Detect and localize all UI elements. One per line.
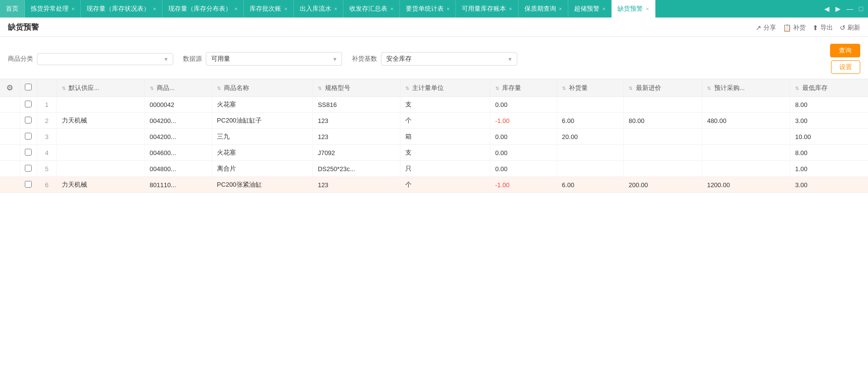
row-goods-name: 三九: [212, 129, 312, 145]
row-checkbox-cell: [19, 161, 37, 177]
nav-tab-inventory-status[interactable]: 现存量（库存状况表） ×: [81, 0, 162, 18]
nav-tab-home[interactable]: 首页: [0, 0, 25, 18]
close-icon[interactable]: ×: [72, 6, 74, 12]
row-min-stock: 3.00: [790, 113, 868, 129]
nav-next-button[interactable]: ▶: [832, 4, 844, 14]
row-stock: 0.00: [490, 129, 557, 145]
row-goods-name: PC200张紧油缸: [212, 177, 312, 193]
row-goods-code: 004800...: [145, 161, 212, 177]
row-checkbox[interactable]: [25, 133, 32, 140]
sort-icon: ⇅: [707, 86, 711, 91]
col-index: [37, 79, 56, 97]
row-latest-price: 200.00: [624, 177, 702, 193]
close-icon[interactable]: ×: [559, 6, 562, 12]
replenish-filter: 补货基数 安全库存 ▾: [352, 52, 517, 66]
share-button[interactable]: ↗ 分享: [756, 23, 776, 32]
nav-tab-order[interactable]: 要货单统计表 ×: [400, 0, 456, 18]
export-button[interactable]: ⬆ 导出: [813, 23, 833, 32]
table-header-row: ⚙ ⇅ 默认供应... ⇅ 商品... ⇅: [0, 79, 868, 97]
table-row: 3 004200... 三九 123 箱 0.00 20.00 10.00: [0, 129, 868, 145]
row-settings: [0, 113, 19, 129]
col-goods-name: ⇅ 商品名称: [212, 79, 312, 97]
col-checkbox: [19, 79, 37, 97]
filter-area: 商品分类 ▾ 数据源 可用量 ▾ 补货基数 安全库存 ▾ 查询 设置: [0, 37, 868, 79]
row-checkbox[interactable]: [25, 181, 32, 188]
row-index: 5: [37, 161, 56, 177]
row-forecast: [702, 97, 790, 113]
row-checkbox-cell: [19, 97, 37, 113]
row-stock: -1.00: [490, 113, 557, 129]
nav-minimize-button[interactable]: —: [844, 4, 856, 14]
row-forecast: 480.00: [702, 113, 790, 129]
nav-maximize-button[interactable]: □: [856, 4, 866, 14]
nav-controls: ◀ ▶ — □: [821, 4, 868, 14]
row-checkbox[interactable]: [25, 101, 32, 107]
table-row: 4 004600... 火花塞 J7092 支 0.00 8.00: [0, 145, 868, 161]
table-body: 1 0000042 火花塞 SS816 支 0.00 8.00 2 力天机械 0…: [0, 97, 868, 193]
close-icon[interactable]: ×: [153, 6, 156, 12]
replenish-select[interactable]: 安全库存 ▾: [381, 52, 517, 66]
gear-icon[interactable]: ⚙: [6, 84, 13, 92]
close-icon[interactable]: ×: [646, 6, 649, 12]
nav-tab-shortage[interactable]: 缺货预警 ×: [612, 0, 655, 18]
nav-tab-picking[interactable]: 拣货异常处理 ×: [25, 0, 81, 18]
datasource-select[interactable]: 可用量 ▾: [206, 52, 342, 66]
col-replenish: ⇅ 补货量: [557, 79, 623, 97]
row-goods-code: 004200...: [145, 129, 212, 145]
refresh-icon: ↺: [840, 24, 846, 32]
datasource-value: 可用量: [211, 54, 230, 63]
row-spec: 123: [313, 129, 400, 145]
row-unit: 支: [400, 145, 490, 161]
refresh-button[interactable]: ↺ 刷新: [840, 23, 860, 32]
replenish-value: 安全库存: [386, 54, 412, 63]
replenish-button[interactable]: 📋 补货: [783, 23, 806, 32]
close-icon[interactable]: ×: [284, 6, 287, 12]
settings-button[interactable]: 设置: [831, 60, 860, 74]
close-icon[interactable]: ×: [509, 6, 512, 12]
table-row: 2 力天机械 004200... PC200油缸缸子 123 个 -1.00 6…: [0, 113, 868, 129]
data-table: ⚙ ⇅ 默认供应... ⇅ 商品... ⇅: [0, 79, 868, 193]
sort-icon: ⇅: [629, 86, 633, 91]
sort-icon: ⇅: [217, 86, 221, 91]
share-icon: ↗: [756, 24, 761, 32]
nav-tab-flow[interactable]: 出入库流水 ×: [294, 0, 344, 18]
row-goods-code: 0000042: [145, 97, 212, 113]
sort-icon: ⇅: [405, 86, 409, 91]
close-icon[interactable]: ×: [447, 6, 450, 12]
close-icon[interactable]: ×: [602, 6, 605, 12]
row-checkbox[interactable]: [25, 165, 32, 172]
row-spec: SS816: [313, 97, 400, 113]
nav-tab-available[interactable]: 可用量库存账本 ×: [456, 0, 518, 18]
close-icon[interactable]: ×: [390, 6, 393, 12]
nav-tab-summary[interactable]: 收发存汇总表 ×: [344, 0, 399, 18]
nav-tab-expiry[interactable]: 保质期查询 ×: [519, 0, 568, 18]
header-actions: ↗ 分享 📋 补货 ⬆ 导出 ↺ 刷新: [756, 23, 860, 32]
datasource-label: 数据源: [183, 54, 202, 63]
nav-tab-overstock[interactable]: 超储预警 ×: [568, 0, 612, 18]
nav-tab-batch[interactable]: 库存批次账 ×: [244, 0, 293, 18]
page-title: 缺货预警: [8, 22, 756, 33]
category-filter: 商品分类 ▾: [8, 53, 173, 65]
row-replenish: [557, 161, 623, 177]
select-all-checkbox[interactable]: [25, 84, 32, 90]
row-forecast: [702, 161, 790, 177]
row-spec: DS250*23c...: [313, 161, 400, 177]
row-settings: [0, 145, 19, 161]
row-checkbox[interactable]: [25, 117, 32, 123]
row-index: 4: [37, 145, 56, 161]
close-icon[interactable]: ×: [334, 6, 337, 12]
page-header: 缺货预警 ↗ 分享 📋 补货 ⬆ 导出 ↺ 刷新: [0, 18, 868, 37]
query-button[interactable]: 查询: [830, 44, 860, 57]
nav-prev-button[interactable]: ◀: [821, 4, 832, 14]
category-select[interactable]: ▾: [37, 53, 173, 65]
row-replenish: [557, 145, 623, 161]
sort-icon: ⇅: [62, 86, 66, 91]
col-spec: ⇅ 规格型号: [313, 79, 400, 97]
row-replenish: [557, 97, 623, 113]
row-forecast: 1200.00: [702, 177, 790, 193]
close-icon[interactable]: ×: [235, 6, 237, 12]
row-goods-name: 火花塞: [212, 145, 312, 161]
row-replenish: 6.00: [557, 113, 623, 129]
nav-tab-inventory-dist[interactable]: 现存量（库存分布表） ×: [163, 0, 244, 18]
row-checkbox[interactable]: [25, 149, 32, 156]
